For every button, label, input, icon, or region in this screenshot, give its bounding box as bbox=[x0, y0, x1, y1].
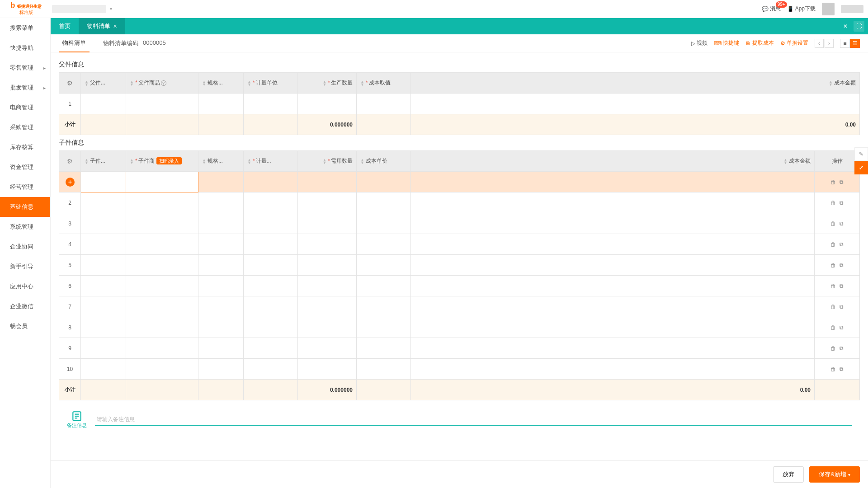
copy-icon[interactable]: ⧉ bbox=[840, 304, 844, 310]
delete-icon[interactable]: 🗑 bbox=[830, 262, 836, 268]
delete-icon[interactable]: 🗑 bbox=[830, 179, 836, 185]
col-child-product[interactable]: ▲▼*子件商扫码录入 bbox=[126, 151, 198, 172]
remarks-input[interactable] bbox=[95, 413, 852, 426]
extract-cost-link[interactable]: 🗎提取成本 bbox=[745, 39, 774, 47]
scan-badge[interactable]: 扫码录入 bbox=[156, 157, 182, 164]
parent-section-title: 父件信息 bbox=[59, 61, 860, 69]
copy-icon[interactable]: ⧉ bbox=[840, 262, 844, 268]
float-expand[interactable]: ⤢ bbox=[854, 161, 868, 174]
col-child-code[interactable]: ▲▼子件... bbox=[81, 151, 126, 172]
col-parent-unit[interactable]: ▲▼*计量单位 bbox=[244, 73, 298, 94]
bill-setting-link[interactable]: ⚙单据设置 bbox=[780, 39, 808, 47]
table-row[interactable]: 1 bbox=[59, 94, 860, 114]
tab-bom[interactable]: 物料清单✕ bbox=[79, 18, 125, 34]
copy-icon[interactable]: ⧉ bbox=[840, 200, 844, 206]
table-row[interactable]: 4🗑⧉ bbox=[59, 234, 860, 255]
hotkey-link[interactable]: ⌨快捷键 bbox=[714, 39, 739, 47]
tabs-close-all[interactable]: ✕ bbox=[840, 21, 851, 32]
sidebar-item-5[interactable]: 采购管理 bbox=[0, 117, 50, 137]
sidebar-item-10[interactable]: 系统管理 bbox=[0, 217, 50, 237]
copy-icon[interactable]: ⧉ bbox=[840, 324, 844, 331]
help-icon[interactable]: ? bbox=[161, 80, 166, 86]
sidebar-item-3[interactable]: 批发管理▸ bbox=[0, 78, 50, 98]
cancel-button[interactable]: 放弃 bbox=[773, 466, 804, 483]
col-child-unit[interactable]: ▲▼*计量... bbox=[244, 151, 298, 172]
chevron-down-icon: ▾ bbox=[110, 6, 112, 11]
table-row[interactable]: 5🗑⧉ bbox=[59, 255, 860, 276]
table-row[interactable]: 8🗑⧉ bbox=[59, 317, 860, 338]
pager-prev[interactable]: ‹ bbox=[815, 39, 824, 48]
table-row[interactable]: 7🗑⧉ bbox=[59, 296, 860, 317]
delete-icon[interactable]: 🗑 bbox=[830, 345, 836, 352]
copy-icon[interactable]: ⧉ bbox=[840, 366, 844, 372]
delete-icon[interactable]: 🗑 bbox=[830, 241, 836, 248]
code-label: 物料清单编码 bbox=[103, 39, 138, 47]
user-name[interactable] bbox=[841, 5, 863, 13]
tab-home[interactable]: 首页 bbox=[51, 18, 79, 34]
avatar[interactable] bbox=[822, 3, 835, 15]
delete-icon[interactable]: 🗑 bbox=[830, 283, 836, 289]
parent-subtotal-qty: 0.000000 bbox=[298, 114, 357, 135]
add-row-button[interactable]: ＋ bbox=[66, 178, 75, 187]
col-parent-product[interactable]: ▲▼*父件商品? bbox=[126, 73, 198, 94]
copy-icon[interactable]: ⧉ bbox=[840, 241, 844, 248]
sidebar-item-0[interactable]: 搜索菜单 bbox=[0, 18, 50, 38]
col-child-spec[interactable]: ▲▼规格... bbox=[198, 151, 244, 172]
col-parent-amount[interactable]: ▲▼成本金额 bbox=[411, 73, 860, 94]
col-child-price[interactable]: ▲▼成本单价 bbox=[357, 151, 411, 172]
sidebar-item-15[interactable]: 畅会员 bbox=[0, 316, 50, 336]
view-list[interactable]: ≡ bbox=[840, 39, 850, 48]
sidebar-item-2[interactable]: 零售管理▸ bbox=[0, 58, 50, 78]
gear-icon: ⚙ bbox=[780, 40, 785, 47]
messages-button[interactable]: 💬 消息 99+ bbox=[762, 5, 781, 13]
copy-icon[interactable]: ⧉ bbox=[840, 345, 844, 352]
close-icon[interactable]: ✕ bbox=[113, 23, 117, 29]
panel-tab[interactable]: 物料清单 bbox=[59, 34, 90, 52]
table-row[interactable]: 6🗑⧉ bbox=[59, 276, 860, 296]
sidebar-item-1[interactable]: 快捷导航 bbox=[0, 38, 50, 58]
delete-icon[interactable]: 🗑 bbox=[830, 200, 836, 206]
col-gear[interactable]: ⚙ bbox=[59, 73, 81, 94]
sidebar-item-12[interactable]: 新手引导 bbox=[0, 257, 50, 277]
fullscreen-toggle[interactable]: ⛶ bbox=[854, 21, 864, 32]
delete-icon[interactable]: 🗑 bbox=[830, 221, 836, 227]
org-selector[interactable]: ▾ bbox=[52, 5, 112, 13]
sidebar-item-6[interactable]: 库存核算 bbox=[0, 137, 50, 157]
subtotal-label: 小计 bbox=[59, 380, 81, 400]
remarks-icon: 备注信息 bbox=[67, 410, 87, 429]
app-download-button[interactable]: 📱 App下载 bbox=[787, 5, 816, 13]
pager-next[interactable]: › bbox=[825, 39, 834, 48]
video-link[interactable]: ▷视频 bbox=[691, 39, 708, 47]
save-and-new-button[interactable]: 保存&新增▾ bbox=[809, 466, 860, 483]
delete-icon[interactable]: 🗑 bbox=[830, 324, 836, 331]
sidebar-item-8[interactable]: 经营管理 bbox=[0, 177, 50, 197]
copy-icon[interactable]: ⧉ bbox=[840, 179, 844, 185]
sidebar-item-14[interactable]: 企业微信 bbox=[0, 296, 50, 316]
sidebar-item-4[interactable]: 电商管理 bbox=[0, 98, 50, 117]
delete-icon[interactable]: 🗑 bbox=[830, 304, 836, 310]
table-row[interactable]: 2🗑⧉ bbox=[59, 192, 860, 213]
view-form[interactable]: ☰ bbox=[850, 39, 860, 48]
float-edit[interactable]: ✎ bbox=[854, 147, 868, 161]
table-row[interactable]: 9🗑⧉ bbox=[59, 338, 860, 359]
col-child-op: 操作 bbox=[815, 151, 860, 172]
col-parent-spec[interactable]: ▲▼规格... bbox=[198, 73, 244, 94]
col-gear[interactable]: ⚙ bbox=[59, 151, 81, 172]
sidebar-item-7[interactable]: 资金管理 bbox=[0, 157, 50, 177]
delete-icon[interactable]: 🗑 bbox=[830, 366, 836, 372]
table-row[interactable]: 3🗑⧉ bbox=[59, 213, 860, 234]
col-parent-cost[interactable]: ▲▼*成本取值 bbox=[357, 73, 411, 94]
copy-icon[interactable]: ⧉ bbox=[840, 221, 844, 227]
chevron-down-icon: ▾ bbox=[848, 472, 850, 477]
col-parent-qty[interactable]: ▲▼*生产数量 bbox=[298, 73, 357, 94]
child-subtotal-amount: 0.00 bbox=[411, 380, 815, 400]
sidebar-item-11[interactable]: 企业协同 bbox=[0, 237, 50, 257]
sidebar-item-13[interactable]: 应用中心 bbox=[0, 277, 50, 296]
copy-icon[interactable]: ⧉ bbox=[840, 283, 844, 289]
col-child-amount[interactable]: ▲▼成本金额 bbox=[411, 151, 815, 172]
table-row[interactable]: 10🗑⧉ bbox=[59, 359, 860, 380]
col-parent-code[interactable]: ▲▼父件... bbox=[81, 73, 126, 94]
table-row[interactable]: ＋🗑⧉ bbox=[59, 172, 860, 192]
sidebar-item-9[interactable]: 基础信息 bbox=[0, 197, 50, 217]
col-child-qty[interactable]: ▲▼*需用数量 bbox=[298, 151, 357, 172]
